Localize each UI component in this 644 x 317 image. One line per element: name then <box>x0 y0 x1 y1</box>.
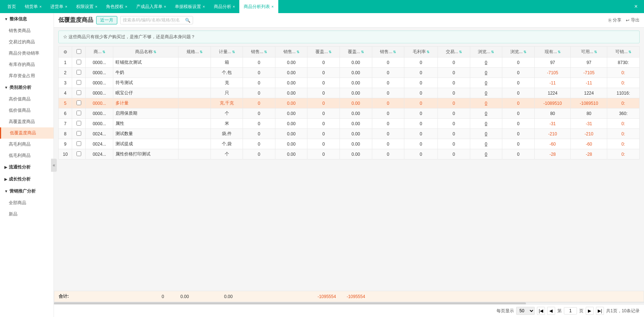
col-name[interactable]: 商品名称⇅ <box>113 47 178 58</box>
page-number-input[interactable] <box>564 307 577 314</box>
sidebar-item-high-value[interactable]: 高价值商品 <box>0 94 54 105</box>
search-box[interactable]: 搜索条码/编码/名称/规格/别名 🔍 <box>120 16 193 24</box>
next-page-button[interactable]: ▶ <box>586 307 594 315</box>
window-close-button[interactable]: × <box>631 1 641 12</box>
row-checkbox[interactable] <box>72 78 86 88</box>
col-spec[interactable]: 规格...⇅ <box>178 47 211 58</box>
select-all-checkbox[interactable] <box>76 49 81 54</box>
sidebar-item-high-coverage[interactable]: 高覆盖度商品 <box>0 116 54 127</box>
row-sales2: 0.00 <box>275 88 307 98</box>
sidebar-collapse-button[interactable]: « <box>51 159 57 172</box>
close-template-settings-icon[interactable]: × <box>203 4 205 9</box>
sidebar-item-low-margin[interactable]: 低毛利商品 <box>0 150 54 161</box>
col-gross[interactable]: 毛利率⇅ <box>404 47 438 58</box>
period-button[interactable]: 近一月 <box>96 16 117 24</box>
col-unit[interactable]: 计量...⇅ <box>211 47 243 58</box>
nav-purchase-order[interactable]: 进货单 × <box>46 0 71 13</box>
nav-sales-order[interactable]: 销货单 × <box>20 0 46 13</box>
last-page-button[interactable]: ▶| <box>596 307 604 315</box>
col-checkbox[interactable] <box>72 47 86 58</box>
col-coverage1[interactable]: 覆盖...⇅ <box>307 47 340 58</box>
row-browse1[interactable]: 0 <box>470 108 502 119</box>
sidebar-item-traded-goods[interactable]: 交易过的商品 <box>0 36 54 48</box>
share-button[interactable]: ⎘ 分享 <box>609 17 621 23</box>
row-sales3: 0 <box>372 129 404 139</box>
row-browse1[interactable]: 0 <box>470 88 502 98</box>
row-coverage1: 0 <box>307 119 340 129</box>
row-browse1[interactable]: 0 <box>470 139 502 149</box>
col-coverage2[interactable]: 覆盖...⇅ <box>340 47 372 58</box>
sidebar-item-stock-capital[interactable]: 库存资金占用 <box>0 70 54 82</box>
row-no: 1 <box>59 58 72 68</box>
close-sales-order-icon[interactable]: × <box>39 4 42 9</box>
row-checkbox[interactable] <box>72 149 86 159</box>
search-icon[interactable]: 🔍 <box>185 18 191 23</box>
table-container[interactable]: ⚙ 商...⇅ 商品名称⇅ 规格...⇅ 计量...⇅ 销售...⇅ 销售...… <box>58 46 640 291</box>
row-trade: 0 <box>438 119 470 129</box>
close-purchase-order-icon[interactable]: × <box>65 4 67 9</box>
sidebar-section-category[interactable]: ▼ 类别差分析 <box>0 82 54 94</box>
close-product-inbound-icon[interactable]: × <box>164 4 166 9</box>
sidebar-item-category-rate[interactable]: 商品分类动销率 <box>0 48 54 59</box>
prev-page-button[interactable]: ◀ <box>547 307 555 315</box>
row-checkbox[interactable] <box>72 108 86 119</box>
row-browse1[interactable]: 0 <box>470 68 502 78</box>
col-sales3[interactable]: 销售...⇅ <box>372 47 404 58</box>
row-checkbox[interactable] <box>72 58 86 68</box>
nav-permission[interactable]: 权限设置 × <box>72 0 102 13</box>
nav-home[interactable]: 首页 <box>3 0 20 13</box>
sidebar-item-all-goods[interactable]: 全部商品 <box>0 197 54 209</box>
col-available[interactable]: 可用...⇅ <box>571 47 607 58</box>
row-browse1[interactable]: 0 <box>470 98 502 108</box>
row-checkbox[interactable] <box>72 129 86 139</box>
col-current[interactable]: 现有...⇅ <box>534 47 571 58</box>
close-role-auth-icon[interactable]: × <box>125 4 127 9</box>
page-size-select[interactable]: 50 100 200 <box>516 307 535 315</box>
row-browse1[interactable]: 0 <box>470 78 502 88</box>
col-trade[interactable]: 交易...⇅ <box>438 47 470 58</box>
sidebar-item-new-goods[interactable]: 新品 <box>0 209 54 220</box>
nav-template-settings[interactable]: 单据模板设置 × <box>170 0 209 13</box>
row-code: 0024... <box>86 129 113 139</box>
sidebar-item-low-value[interactable]: 低价值商品 <box>0 105 54 116</box>
sidebar-item-sales-goods[interactable]: 销售类商品 <box>0 25 54 36</box>
nav-product-inbound[interactable]: 产成品入库单 × <box>132 0 170 13</box>
col-browse1[interactable]: 浏览...⇅ <box>470 47 502 58</box>
close-goods-analysis-icon[interactable]: × <box>233 4 235 9</box>
close-permission-icon[interactable]: × <box>95 4 97 9</box>
sidebar-section-marketing[interactable]: ▼ 营销推广分析 <box>0 185 54 197</box>
sidebar-section-liquidity[interactable]: ▶ 流通性分析 <box>0 161 54 173</box>
nav-role-auth[interactable]: 角色授权 × <box>102 0 131 13</box>
row-gross: 0 <box>404 139 438 149</box>
sidebar-item-low-coverage[interactable]: 低覆盖度商品 <box>0 127 54 139</box>
row-browse1[interactable]: 0 <box>470 58 502 68</box>
col-sales1[interactable]: 销售...⇅ <box>243 47 275 58</box>
page-suffix: 页 <box>579 308 584 314</box>
row-sales3: 0 <box>372 149 404 159</box>
first-page-button[interactable]: |◀ <box>537 307 545 315</box>
col-browse2[interactable]: 浏览...⇅ <box>502 47 535 58</box>
row-browse1[interactable]: 0 <box>470 119 502 129</box>
col-settings[interactable]: ⚙ <box>59 47 72 58</box>
row-checkbox[interactable] <box>72 88 86 98</box>
sidebar-section-overall[interactable]: ▼ 整体信息 <box>0 13 54 25</box>
row-browse1[interactable]: 0 <box>470 149 502 159</box>
sidebar-section-growth[interactable]: ▶ 成长性分析 <box>0 173 54 185</box>
row-checkbox[interactable] <box>72 98 86 108</box>
row-checkbox[interactable] <box>72 68 86 78</box>
export-button[interactable]: ↩ 导出 <box>626 17 640 23</box>
row-browse2: 0 <box>502 78 535 88</box>
col-code[interactable]: 商...⇅ <box>86 47 113 58</box>
col-sellable[interactable]: 可销...⇅ <box>607 47 640 58</box>
col-sales2[interactable]: 销售...⇅ <box>275 47 307 58</box>
sidebar-item-instock-goods[interactable]: 有库存的商品 <box>0 59 54 70</box>
nav-goods-analysis[interactable]: 商品分析 × <box>209 0 239 13</box>
row-checkbox[interactable] <box>72 139 86 149</box>
row-sellable: 0: <box>607 98 640 108</box>
row-browse1[interactable]: 0 <box>470 129 502 139</box>
close-goods-analysis-list-icon[interactable]: × <box>271 4 274 9</box>
row-gross: 0 <box>404 78 438 88</box>
sidebar-item-high-margin[interactable]: 高毛利商品 <box>0 139 54 150</box>
row-checkbox[interactable] <box>72 119 86 129</box>
nav-goods-analysis-list[interactable]: 商品分析列表 × <box>239 0 278 13</box>
